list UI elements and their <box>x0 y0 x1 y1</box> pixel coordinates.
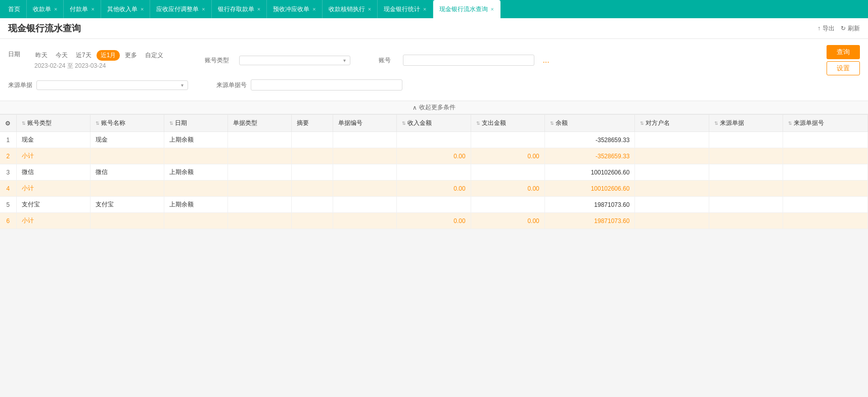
close-icon[interactable]: × <box>91 6 94 12</box>
cell-expense <box>471 197 544 213</box>
col-header-source-doc[interactable]: ⇅来源单据 <box>709 115 783 132</box>
close-icon[interactable]: × <box>312 6 315 12</box>
source-doc-no-label: 来源单据号 <box>216 81 247 90</box>
close-icon[interactable]: × <box>54 6 57 12</box>
cell-doc-no <box>333 181 397 197</box>
cell-doc-no <box>333 164 397 181</box>
col-header-date[interactable]: ⇅日期 <box>164 115 227 132</box>
date-option[interactable]: 昨天 <box>32 50 51 61</box>
collapse-bar: ∧ 收起更多条件 <box>0 101 868 114</box>
col-header-counter-name[interactable]: ⇅对方户名 <box>635 115 709 132</box>
nav-item-receipt[interactable]: 收款单× <box>27 0 64 18</box>
cell-date: 上期余额 <box>164 132 227 148</box>
cell-source-doc <box>709 148 783 164</box>
cell-date: 上期余额 <box>164 164 227 181</box>
table-row: 3微信微信上期余额100102606.60 <box>0 164 868 181</box>
cell-source-doc <box>709 213 783 229</box>
col-header-account-name[interactable]: ⇅账号名称 <box>90 115 164 132</box>
cell-account-name <box>90 148 164 164</box>
gear-icon[interactable]: ⚙ <box>5 120 11 127</box>
col-header-source-doc-no[interactable]: ⇅来源单据号 <box>783 115 867 132</box>
cell-doc-type <box>227 213 291 229</box>
cell-doc-type <box>227 148 291 164</box>
cell-source-doc-no <box>783 213 867 229</box>
refresh-button[interactable]: ↻ 刷新 <box>841 24 860 33</box>
nav-item-payment[interactable]: 付款单× <box>64 0 101 18</box>
export-icon: ↑ <box>817 25 820 32</box>
nav-item-bank-deposit[interactable]: 银行存取款单× <box>212 0 267 18</box>
cell-date <box>164 181 227 197</box>
cell-income <box>397 164 471 181</box>
nav-item-advance-offset[interactable]: 预收冲应收单× <box>267 0 322 18</box>
col-header-expense[interactable]: ⇅支出金额 <box>471 115 544 132</box>
cell-account-type: 现金 <box>16 132 90 148</box>
nav-item-home[interactable]: 首页 <box>2 0 27 18</box>
cell-account-name: 现金 <box>90 132 164 148</box>
source-doc-no-input[interactable] <box>251 79 402 91</box>
nav-item-cash-flow-query[interactable]: 现金银行流水查询× <box>433 0 500 18</box>
collapse-button[interactable]: ∧ 收起更多条件 <box>413 103 455 112</box>
cell-counter-name <box>635 213 709 229</box>
source-doc-no-group: 来源单据号 <box>216 79 402 91</box>
table-row: 6小计0.000.0019871073.60 <box>0 213 868 229</box>
nav-item-ar-ap-adjust[interactable]: 应收应付调整单× <box>150 0 211 18</box>
cell-date: 上期余额 <box>164 197 227 213</box>
sort-arrows-icon: ⇅ <box>96 121 100 126</box>
close-icon[interactable]: × <box>141 6 144 12</box>
source-doc-label: 来源单据 <box>8 81 32 90</box>
filter-row-2: 来源单据 ▾ 来源单据号 <box>8 79 860 91</box>
cell-source-doc-no <box>783 164 867 181</box>
cell-summary <box>292 148 333 164</box>
nav-item-cash-bank-stat[interactable]: 现金银行统计× <box>378 0 433 18</box>
sort-arrows-icon: ⇅ <box>169 121 173 126</box>
close-icon[interactable]: × <box>202 6 205 12</box>
header-row: ⚙⇅账号类型⇅账号名称⇅日期单据类型摘要单据编号⇅收入金额⇅支出金额⇅余额⇅对方… <box>0 115 868 132</box>
cell-source-doc-no <box>783 148 867 164</box>
cell-doc-type <box>227 132 291 148</box>
date-option[interactable]: 今天 <box>53 50 71 61</box>
date-option[interactable]: 自定义 <box>142 50 166 61</box>
table-body: 1现金现金上期余额-3528659.332小计0.000.00-3528659.… <box>0 132 868 229</box>
cell-balance: 100102606.60 <box>544 181 635 197</box>
close-icon[interactable]: × <box>368 6 371 12</box>
page-title: 现金银行流水查询 <box>8 22 81 34</box>
cell-income: 0.00 <box>397 148 471 164</box>
close-icon[interactable]: × <box>257 6 260 12</box>
cell-summary <box>292 197 333 213</box>
cell-counter-name <box>635 132 709 148</box>
col-header-account-type[interactable]: ⇅账号类型 <box>16 115 90 132</box>
nav-item-write-off[interactable]: 收款核销执行× <box>323 0 378 18</box>
cell-balance: -3528659.33 <box>544 148 635 164</box>
account-type-group: 账号类型 ▾ <box>205 56 350 65</box>
cell-account-name: 微信 <box>90 164 164 181</box>
sort-arrows-icon: ⇅ <box>714 121 718 126</box>
account-input[interactable] <box>403 55 534 66</box>
cell-doc-no <box>333 213 397 229</box>
export-button[interactable]: ↑ 导出 <box>817 24 835 33</box>
source-doc-select[interactable]: ▾ <box>36 80 188 90</box>
cell-source-doc-no <box>783 181 867 197</box>
query-button[interactable]: 查询 <box>827 45 860 59</box>
account-type-arrow-icon: ▾ <box>343 58 346 63</box>
col-header-doc-type: 单据类型 <box>227 115 291 132</box>
col-header-income[interactable]: ⇅收入金额 <box>397 115 471 132</box>
cell-income <box>397 197 471 213</box>
nav-item-other-income[interactable]: 其他收入单× <box>101 0 150 18</box>
cell-account-name: 支付宝 <box>90 197 164 213</box>
close-icon[interactable]: × <box>423 6 426 12</box>
col-header-balance[interactable]: ⇅余额 <box>544 115 635 132</box>
cell-source-doc <box>709 132 783 148</box>
date-option[interactable]: 近7天 <box>73 50 95 61</box>
table-row: 2小计0.000.00-3528659.33 <box>0 148 868 164</box>
date-option[interactable]: 近1月 <box>97 50 120 61</box>
cell-counter-name <box>635 181 709 197</box>
date-option[interactable]: 更多 <box>122 50 140 61</box>
cell-expense: 0.00 <box>471 181 544 197</box>
cell-account-type: 支付宝 <box>16 197 90 213</box>
close-icon[interactable]: × <box>491 6 494 12</box>
cell-account-type: 小计 <box>16 213 90 229</box>
account-dots[interactable]: ... <box>542 56 549 65</box>
cell-doc-no <box>333 197 397 213</box>
account-type-select[interactable]: ▾ <box>239 56 350 65</box>
settings-button[interactable]: 设置 <box>827 61 860 75</box>
